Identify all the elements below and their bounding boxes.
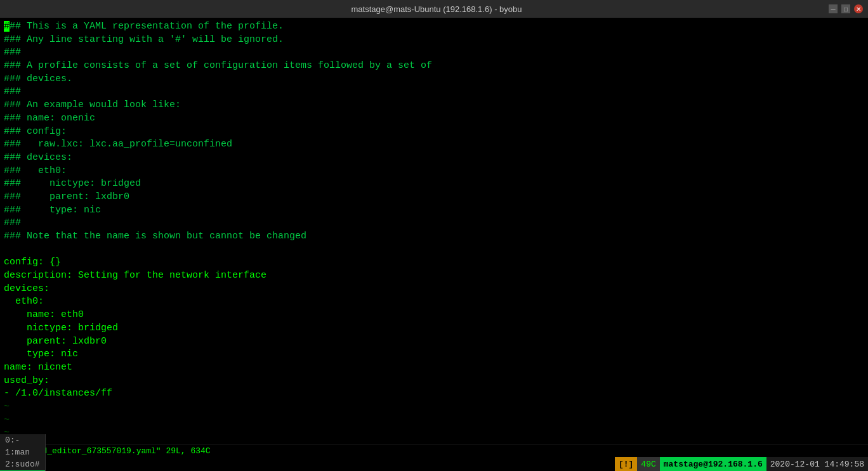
terminal-line: used_by: — [4, 375, 864, 388]
terminal-line: devices: — [4, 283, 864, 296]
terminal-line: ### A profile consists of a set of confi… — [4, 60, 864, 73]
status-bar: 0:-1:man2:sudo#3:lxc*4:bash- [!] 49C mat… — [0, 457, 868, 471]
status-right: [!] 49C matstage@192.168.1.6 2020-12-01 … — [615, 457, 868, 471]
terminal-line: ### An example would look like: — [4, 99, 864, 112]
status-temp: 49C — [637, 457, 659, 471]
terminal-line: description: Setting for the network int… — [4, 269, 864, 283]
file-status-bar: "/tmp/lxd_editor_673557019.yaml" 29L, 63… — [0, 444, 868, 457]
terminal-line: ### — [4, 46, 864, 60]
terminal-line: ### name: onenic — [4, 112, 864, 126]
close-button[interactable]: ✕ — [854, 4, 863, 13]
terminal-line: name: nicnet — [4, 361, 864, 375]
terminal-line: nictype: bridged — [4, 322, 864, 335]
terminal-line: eth0: — [4, 295, 864, 309]
terminal-line: ### eth0: — [4, 165, 864, 178]
status-alert: [!] — [615, 457, 637, 471]
terminal-line: ### — [4, 217, 864, 230]
status-host: matstage@192.168.1.6 — [660, 457, 766, 471]
terminal-line: ### nictype: bridged — [4, 177, 864, 191]
title-bar: matstage@mats-Ubuntu (192.168.1.6) - byo… — [0, 0, 868, 18]
terminal-line: ### Note that the name is shown but cann… — [4, 230, 864, 243]
terminal-line: parent: lxdbr0 — [4, 335, 864, 349]
terminal-line: ~ — [4, 427, 864, 440]
window-title: matstage@mats-Ubuntu (192.168.1.6) - byo… — [44, 4, 829, 14]
terminal-line: ### type: nic — [4, 204, 864, 217]
tab-1[interactable]: 1:man — [0, 446, 46, 458]
terminal-content[interactable]: ### This is a YAML representation of the… — [0, 18, 868, 444]
terminal-line: ### Any line starting with a '#' will be… — [4, 34, 864, 47]
terminal-line: ### devices. — [4, 73, 864, 86]
terminal-line: - /1.0/instances/ff — [4, 387, 864, 401]
terminal-line: ### — [4, 86, 864, 99]
minimize-button[interactable]: ─ — [829, 4, 838, 13]
terminal-line: ~ — [4, 440, 864, 444]
tab-0[interactable]: 0:- — [0, 434, 46, 446]
terminal-line: name: eth0 — [4, 309, 864, 322]
terminal-line: ~ — [4, 401, 864, 414]
terminal-line: ### raw.lxc: lxc.aa_profile=unconfined — [4, 138, 864, 152]
window-controls[interactable]: ─ □ ✕ — [829, 4, 868, 13]
terminal-line: ### This is a YAML representation of the… — [4, 20, 864, 34]
tab-2[interactable]: 2:sudo# — [0, 458, 46, 470]
tabs-container[interactable]: 0:-1:man2:sudo#3:lxc*4:bash- — [0, 434, 46, 472]
terminal-line — [4, 243, 864, 257]
terminal-line: ### config: — [4, 126, 864, 139]
maximize-button[interactable]: □ — [841, 4, 850, 13]
terminal-line: ### devices: — [4, 152, 864, 165]
status-datetime: 2020-12-01 14:49:58 — [766, 457, 868, 471]
terminal-line: ### parent: lxdbr0 — [4, 191, 864, 204]
terminal-line: type: nic — [4, 348, 864, 361]
terminal-line: config: {} — [4, 256, 864, 269]
terminal-line: ~ — [4, 414, 864, 427]
